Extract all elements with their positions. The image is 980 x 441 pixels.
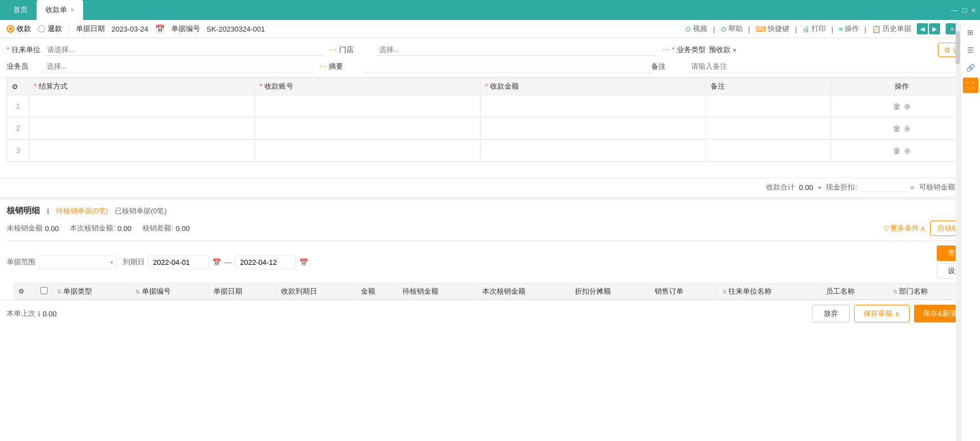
remark-input[interactable] <box>688 60 973 73</box>
counterpart-input[interactable] <box>44 44 324 56</box>
date-from-input[interactable] <box>148 255 209 269</box>
counterpart-more[interactable]: ··· <box>328 45 339 55</box>
number-label: 单据编号 <box>171 24 200 34</box>
radio-receipt[interactable]: 收款 <box>7 24 31 34</box>
cal-to-icon[interactable]: 📅 <box>299 258 308 266</box>
discount-label: 现金折扣: <box>826 182 857 192</box>
scrollbar[interactable] <box>956 20 960 441</box>
close-btn[interactable]: × <box>971 6 976 14</box>
radio-receipt-circle <box>7 25 14 33</box>
store-field: 门店 ··· <box>339 44 672 56</box>
footer-info-icon[interactable]: ℹ <box>38 310 40 318</box>
business-type-label: 业务类型 <box>672 45 706 55</box>
unchecked-value: 0.00 <box>45 224 59 233</box>
print-btn[interactable]: 🖨 打印 <box>803 24 826 34</box>
discard-btn[interactable]: 放弃 <box>812 305 850 322</box>
radio-refund[interactable]: 退款 <box>38 24 62 34</box>
tab-home[interactable]: 首页 <box>4 0 37 20</box>
row-1-amount[interactable] <box>480 95 706 117</box>
minimize-btn[interactable]: — <box>951 6 958 14</box>
help-btn[interactable]: ⊙ 帮助 <box>721 24 743 34</box>
done-tab[interactable]: 已核销单据(0笔) <box>115 206 167 216</box>
vth-staff: 员工名称 <box>821 284 888 300</box>
draft-btn[interactable]: 保存草稿 ∧ <box>854 305 910 322</box>
th-settings[interactable]: ⚙ <box>7 78 29 95</box>
right-expand-btn[interactable]: ⛶ <box>963 78 978 93</box>
tab-receipt-label: 收款单 <box>45 0 67 20</box>
right-list-btn[interactable]: ☰ <box>963 42 978 58</box>
print-icon: 🖨 <box>803 25 810 33</box>
th-amount: 收款金额 <box>480 78 706 95</box>
row-1-account[interactable] <box>254 95 480 117</box>
th-account: 收款账号 <box>254 78 480 95</box>
row-3-amount[interactable] <box>480 140 706 162</box>
pending-tab[interactable]: 待核销单据(0笔) <box>56 206 108 216</box>
video-icon: ⊙ <box>685 25 691 33</box>
maximize-btn[interactable]: □ <box>963 6 967 14</box>
diff-label: 核销差额: <box>142 223 173 233</box>
verification-table-header: ⚙ ⇅ 单据类型 ⇅ 单据编号 单据日期 收款到期日 金额 待核销金额 本次核销… <box>14 284 967 300</box>
row-3-copy-icon[interactable]: ⊕ <box>904 146 911 155</box>
discount-input[interactable] <box>861 183 906 192</box>
right-expand-icon: ⛶ <box>967 81 974 90</box>
range-label: 单据范围 <box>7 257 35 267</box>
store-input[interactable] <box>376 44 657 56</box>
radio-receipt-label: 收款 <box>17 24 31 34</box>
more-conditions-link[interactable]: ▽ 更多条件 ∧ <box>884 223 926 233</box>
row-3-actions: 🗑 ⊕ <box>831 140 973 162</box>
shortcut-btn[interactable]: ⌨ 快捷键 <box>756 24 789 34</box>
table-header-row: ⚙ 结算方式 收款账号 收款金额 备注 操作 <box>7 78 973 95</box>
right-attach-btn[interactable]: 🔗 <box>963 60 978 75</box>
date-to-input[interactable] <box>235 255 296 269</box>
history-btn[interactable]: 📋 历史单据 <box>872 24 911 34</box>
row-2-settlement[interactable] <box>29 117 255 140</box>
history-label: 历史单据 <box>882 24 911 34</box>
staff-input[interactable] <box>43 60 314 73</box>
tab-receipt[interactable]: 收款单 × <box>37 0 83 20</box>
row-1-remark[interactable] <box>706 95 830 117</box>
range-select[interactable] <box>39 255 116 269</box>
row-2-remark[interactable] <box>706 117 830 140</box>
row-1-settlement[interactable] <box>29 95 255 117</box>
footer-info: 本单上次 ℹ 0.00 <box>7 309 57 319</box>
table-row: 3 🗑 ⊕ <box>7 140 973 162</box>
form-section: 往来单位 ··· 门店 ··· 业务类型 预收款 ▾ ⚙ 设置 <box>0 38 980 78</box>
vth-settings[interactable]: ⚙ <box>14 284 36 300</box>
tab-close[interactable]: × <box>70 0 74 20</box>
current-stat: 本次核销金额: 0.00 <box>70 223 131 233</box>
store-more[interactable]: ··· <box>660 45 672 55</box>
info-icon[interactable]: ℹ <box>47 207 49 216</box>
number-value: SK-20230324-001 <box>207 25 266 33</box>
row-2-actions: 🗑 ⊕ <box>831 117 973 140</box>
next-arrow[interactable]: ▶ <box>929 23 940 34</box>
video-btn[interactable]: ⊙ 视频 <box>685 24 707 34</box>
row-3-remark[interactable] <box>706 140 830 162</box>
cal-from-icon[interactable]: 📅 <box>212 258 221 266</box>
staff-label: 业务员 <box>7 61 40 71</box>
row-1-copy-icon[interactable]: ⊕ <box>904 102 911 111</box>
select-all-checkbox[interactable] <box>40 287 48 294</box>
scroll-thumb[interactable] <box>956 31 960 64</box>
staff-more[interactable]: ··· <box>317 61 329 71</box>
calendar-icon[interactable]: 📅 <box>155 24 165 33</box>
receipt-type-group: 收款 退款 <box>7 24 62 34</box>
second-table-container: ⚙ ⇅ 单据类型 ⇅ 单据编号 单据日期 收款到期日 金额 待核销金额 本次核销… <box>7 283 973 300</box>
row-3-settlement[interactable] <box>29 140 255 162</box>
prev-arrow[interactable]: ◀ <box>917 23 928 34</box>
row-3-account[interactable] <box>254 140 480 162</box>
row-2-delete-icon[interactable]: 🗑 <box>893 124 901 133</box>
business-type-arrow[interactable]: ▾ <box>733 46 737 54</box>
row-2-account[interactable] <box>254 117 480 140</box>
right-table-btn[interactable]: ⊞ <box>963 24 978 40</box>
counterpart-field: 往来单位 ··· <box>7 44 339 56</box>
row-2-amount[interactable] <box>480 117 706 140</box>
row-2-copy-icon[interactable]: ⊕ <box>904 124 911 133</box>
summary-input[interactable] <box>365 60 651 73</box>
business-type-select: 预收款 ▾ <box>709 45 938 55</box>
operation-btn[interactable]: ≡ 操作 <box>839 24 859 34</box>
diff-stat: 核销差额: 0.00 <box>142 223 190 233</box>
row-3-delete-icon[interactable]: 🗑 <box>893 146 901 155</box>
vth-dept: ⇅ 部门名称 <box>888 284 966 300</box>
row-1-delete-icon[interactable]: 🗑 <box>893 102 901 111</box>
draft-btn-label: 保存草稿 <box>864 309 892 319</box>
